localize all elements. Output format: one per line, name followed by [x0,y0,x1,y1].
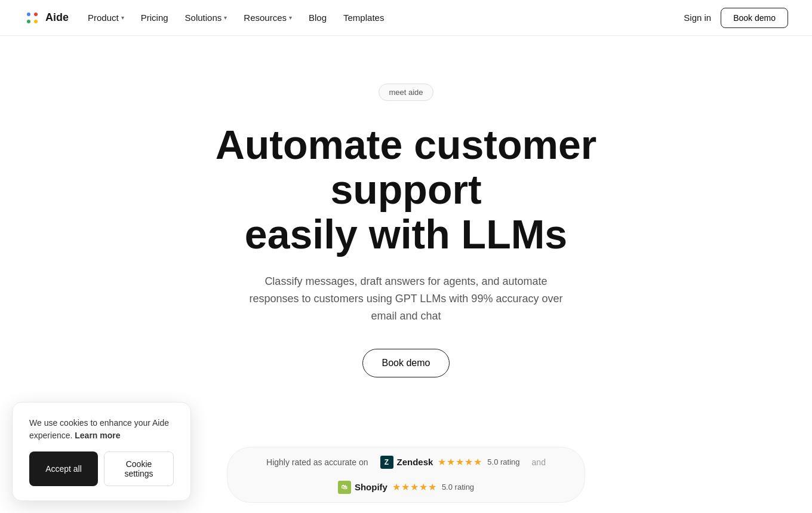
nav-pricing[interactable]: Pricing [141,13,168,23]
shopify-rating-num: 5.0 rating [442,483,474,492]
shopify-icon: 🛍 [338,481,351,494]
cookie-banner: We use cookies to enhance your Aide expe… [12,402,191,501]
svg-rect-0 [24,10,41,26]
zendesk-icon: Z [380,456,393,469]
shopify-rating: 🛍 Shopify ★★★★★ 5.0 rating [338,481,474,494]
zendesk-logo: Z Zendesk [380,456,433,469]
nav-templates[interactable]: Templates [343,13,384,23]
book-demo-nav-button[interactable]: Book demo [721,8,788,28]
logo-icon [24,10,41,26]
zendesk-stars: ★★★★★ [438,456,482,468]
shopify-logo: 🛍 Shopify [338,481,387,494]
solutions-chevron-icon: ▾ [224,14,227,21]
svg-point-4 [34,20,38,23]
ratings-bar: Highly rated as accurate on Z Zendesk ★★… [227,447,585,503]
cookie-text: We use cookies to enhance your Aide expe… [29,417,174,442]
nav-links: Product ▾ Pricing Solutions ▾ Resources … [88,13,384,23]
svg-point-3 [27,20,30,23]
sign-in-link[interactable]: Sign in [684,13,711,23]
book-demo-hero-button[interactable]: Book demo [362,349,450,377]
cookie-buttons: Accept all Cookie settings [29,451,174,486]
svg-point-2 [34,13,38,16]
logo[interactable]: Aide [24,10,69,26]
hero-badge: meet aide [379,84,433,101]
nav-blog[interactable]: Blog [309,13,327,23]
nav-left: Aide Product ▾ Pricing Solutions ▾ Resou… [24,10,384,26]
resources-chevron-icon: ▾ [289,14,292,21]
cookie-settings-button[interactable]: Cookie settings [104,451,174,486]
nav-right: Sign in Book demo [684,8,788,28]
product-chevron-icon: ▾ [121,14,124,21]
ratings-separator: and [532,457,546,467]
zendesk-rating: Z Zendesk ★★★★★ 5.0 rating [380,456,520,469]
accept-cookies-button[interactable]: Accept all [29,451,98,486]
svg-point-1 [27,13,30,16]
nav-product[interactable]: Product ▾ [88,13,124,23]
hero-section: meet aide Automate customer support easi… [0,36,812,413]
nav-resources[interactable]: Resources ▾ [244,13,292,23]
zendesk-rating-num: 5.0 rating [487,457,519,466]
navbar: Aide Product ▾ Pricing Solutions ▾ Resou… [0,0,812,36]
shopify-stars: ★★★★★ [392,481,437,493]
ratings-prefix: Highly rated as accurate on [266,457,368,467]
hero-title: Automate customer support easily with LL… [137,122,675,256]
nav-solutions[interactable]: Solutions ▾ [185,13,227,23]
hero-subtitle: Classify messages, draft answers for age… [239,273,573,324]
learn-more-link[interactable]: Learn more [75,431,120,440]
